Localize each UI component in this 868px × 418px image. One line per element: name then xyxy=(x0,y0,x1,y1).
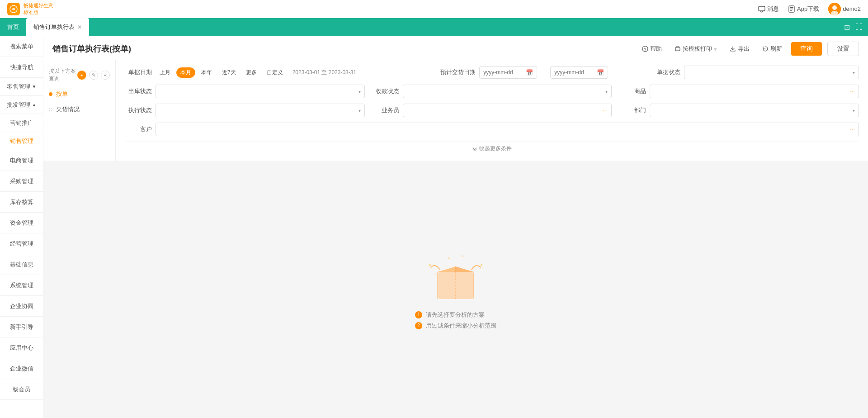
out-status-select[interactable]: ▾ xyxy=(156,85,365,98)
date-tag-current-month[interactable]: 本月 xyxy=(176,67,195,78)
filter-main: 单据日期 上月 本月 本年 近7天 更多 自定义 2023-03-01 至 20… xyxy=(116,60,868,161)
sidebar-item-system-mgmt[interactable]: 系统管理 xyxy=(0,275,43,296)
doc-status-select[interactable]: ▾ xyxy=(684,66,859,79)
filter-row-4: 客户 ··· xyxy=(125,123,859,136)
collect-status-arrow: ▾ xyxy=(605,89,608,94)
svg-rect-4 xyxy=(790,9,793,10)
out-status-label: 出库状态 xyxy=(125,87,152,95)
filter-sidebar-header: 按以下方案查询 + ✎ « xyxy=(43,66,115,86)
date-tag-more[interactable]: 更多 xyxy=(242,67,261,78)
collapse-label: 收起更多条件 xyxy=(479,145,512,152)
svg-point-19 xyxy=(481,264,482,266)
customer-more-icon[interactable]: ··· xyxy=(849,126,855,133)
filter-sidebar-actions: + ✎ « xyxy=(77,71,110,80)
goods-select[interactable]: ··· xyxy=(650,85,859,98)
tab-home[interactable]: 首页 xyxy=(0,18,26,36)
collapse-sidebar-button[interactable]: « xyxy=(101,71,110,80)
filter-row-2: 出库状态 ▾ 收款状态 ▾ 商品 xyxy=(125,85,859,98)
tab-close-icon[interactable]: ✕ xyxy=(77,24,82,30)
hint-number-1: 1 xyxy=(415,311,422,318)
filter-sidebar: 按以下方案查询 + ✎ « 按单 欠货情况 xyxy=(43,60,116,161)
sidebar-item-retail-mgmt[interactable]: 零售管理 ▼ xyxy=(0,78,43,96)
sidebar: 搜索菜单 快捷导航 零售管理 ▼ 批发管理 ▲ 营销推广 销售管理 电商管理 采… xyxy=(0,36,43,418)
empty-hint-2: 2 用过滤条件来缩小分析范围 xyxy=(415,322,496,330)
sidebar-item-wholesale-mgmt[interactable]: 批发管理 ▲ xyxy=(0,96,43,114)
dept-select[interactable]: ▾ xyxy=(650,104,859,117)
query-button[interactable]: 查询 xyxy=(791,42,822,56)
calendar-icon-start[interactable]: 📅 xyxy=(526,69,533,76)
date-tag-7days[interactable]: 近7天 xyxy=(218,67,240,78)
export-button[interactable]: 导出 xyxy=(726,43,753,55)
sidebar-item-enterprise-collab[interactable]: 企业协同 xyxy=(0,296,43,317)
collect-status-label: 收款状态 xyxy=(372,87,399,95)
filter-field-doc-status: 单据状态 ▾ xyxy=(653,66,859,79)
exec-status-select[interactable]: ▾ xyxy=(156,104,365,117)
page-header: 销售订单执行表(按单) ? 帮助 按模板打印 ▾ 导出 刷新 xyxy=(43,36,868,60)
salesperson-more-icon[interactable]: ··· xyxy=(603,107,608,114)
settings-button[interactable]: 设置 xyxy=(827,42,859,56)
sidebar-item-purchase-mgmt[interactable]: 采购管理 xyxy=(0,171,43,192)
empty-state: 1 请先选择要分析的方案 2 用过滤条件来缩小分析范围 xyxy=(415,249,496,330)
hint-number-2: 2 xyxy=(415,322,422,329)
svg-point-7 xyxy=(832,5,837,10)
sidebar-item-marketing[interactable]: 营销推广 xyxy=(0,114,43,132)
filter-scheme-by-debt[interactable]: 欠货情况 xyxy=(43,102,115,117)
customer-label: 客户 xyxy=(125,125,152,133)
date-filter: 上月 本月 本年 近7天 更多 自定义 xyxy=(156,67,287,78)
message-button[interactable]: 消息 xyxy=(758,5,779,13)
expected-date-start[interactable]: 📅 xyxy=(479,66,537,79)
edit-scheme-button[interactable]: ✎ xyxy=(89,71,98,80)
expected-date-end[interactable]: 📅 xyxy=(550,66,608,79)
table-area: 1 请先选择要分析的方案 2 用过滤条件来缩小分析范围 xyxy=(43,161,868,418)
calendar-icon-end[interactable]: 📅 xyxy=(597,69,604,76)
doc-status-label: 单据状态 xyxy=(653,68,680,76)
add-scheme-button[interactable]: + xyxy=(77,71,86,80)
filter-panel: 按以下方案查询 + ✎ « 按单 欠货情况 xyxy=(43,60,868,161)
dept-arrow: ▾ xyxy=(853,108,855,113)
refresh-button[interactable]: 刷新 xyxy=(759,43,786,55)
breadcrumb[interactable]: 办公用品行业模拟账套 ▾ xyxy=(368,5,443,13)
empty-hint-text: 1 请先选择要分析的方案 2 用过滤条件来缩小分析范围 xyxy=(415,311,496,330)
sidebar-item-finance-mgmt[interactable]: 资金管理 xyxy=(0,213,43,233)
filter-field-doc-date: 单据日期 上月 本月 本年 近7天 更多 自定义 2023-03-01 至 20… xyxy=(125,67,433,78)
collapse-more-conditions[interactable]: 收起更多条件 xyxy=(125,142,859,155)
customer-select[interactable]: ··· xyxy=(156,123,859,136)
collect-status-select[interactable]: ▾ xyxy=(403,85,612,98)
svg-text:?: ? xyxy=(644,47,646,52)
sidebar-item-new-user-guide[interactable]: 新手引导 xyxy=(0,317,43,337)
filter-scheme-by-order[interactable]: 按单 xyxy=(43,86,115,102)
date-tag-custom[interactable]: 自定义 xyxy=(263,67,287,78)
date-tag-current-year[interactable]: 本年 xyxy=(197,67,216,78)
active-scheme-dot xyxy=(49,92,52,96)
sidebar-item-basic-info[interactable]: 基础信息 xyxy=(0,254,43,275)
tab-bar: 首页 销售订单执行表 ✕ ⊡ ⛶ xyxy=(0,18,868,36)
sidebar-item-app-center[interactable]: 应用中心 xyxy=(0,337,43,358)
tab-minimize-icon[interactable]: ⊡ xyxy=(844,23,850,32)
page-actions: ? 帮助 按模板打印 ▾ 导出 刷新 查询 设置 xyxy=(638,42,859,56)
sidebar-item-ecommerce-mgmt[interactable]: 电商管理 xyxy=(0,150,43,171)
sidebar-item-inventory-check[interactable]: 库存核算 xyxy=(0,192,43,213)
exec-status-arrow: ▾ xyxy=(359,108,361,113)
expected-date-start-input[interactable] xyxy=(483,69,524,76)
sidebar-item-search-menu[interactable]: 搜索菜单 xyxy=(0,36,43,57)
date-tag-prev-month[interactable]: 上月 xyxy=(156,67,175,78)
logo-text: 畅捷通好生意 标准版 xyxy=(24,2,53,15)
sidebar-item-enterprise-wechat[interactable]: 企业微信 xyxy=(0,358,43,379)
filter-field-goods: 商品 ··· xyxy=(619,85,859,98)
expected-date-end-input[interactable] xyxy=(554,69,595,76)
sidebar-item-sales-mgmt[interactable]: 销售管理 xyxy=(0,132,43,150)
sidebar-item-member[interactable]: 畅会员 xyxy=(0,379,43,400)
app-download-button[interactable]: App下载 xyxy=(788,5,819,13)
help-button[interactable]: ? 帮助 xyxy=(638,43,665,55)
tab-sales-order-exec[interactable]: 销售订单执行表 ✕ xyxy=(26,18,89,36)
goods-more-icon[interactable]: ··· xyxy=(849,88,855,95)
salesperson-select[interactable]: ··· xyxy=(403,104,612,117)
template-print-button[interactable]: 按模板打印 ▾ xyxy=(671,43,721,55)
sidebar-item-operations-mgmt[interactable]: 经营管理 xyxy=(0,233,43,254)
sidebar-item-quick-nav[interactable]: 快捷导航 xyxy=(0,57,43,78)
header-right: 消息 App下载 demo2 xyxy=(758,3,861,15)
tab-expand-icon[interactable]: ⛶ xyxy=(855,23,863,31)
logo-area: 畅捷通好生意 标准版 xyxy=(7,2,53,15)
user-profile[interactable]: demo2 xyxy=(828,3,861,15)
page-title: 销售订单执行表(按单) xyxy=(52,43,131,54)
